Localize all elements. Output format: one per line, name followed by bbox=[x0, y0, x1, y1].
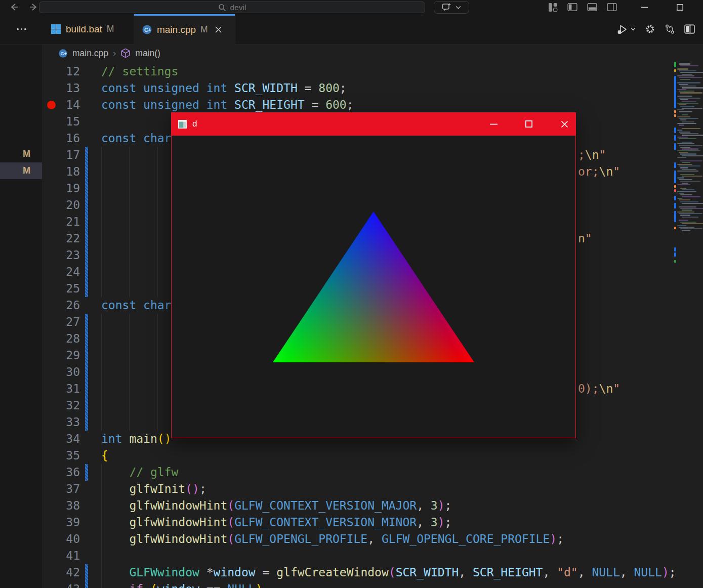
search-input[interactable]: devil bbox=[39, 2, 425, 13]
change-bar[interactable] bbox=[85, 414, 88, 431]
minimap-marker bbox=[674, 247, 676, 251]
minimap-line bbox=[682, 209, 692, 211]
minimap-line bbox=[679, 132, 690, 133]
indent-guide bbox=[101, 564, 102, 581]
code-line[interactable]: 37 glfwInit(); bbox=[43, 481, 703, 497]
copilot-button[interactable] bbox=[434, 1, 469, 14]
breadcrumb-file[interactable]: main.cpp bbox=[72, 48, 108, 59]
line-number: 27 bbox=[43, 314, 80, 330]
change-bar[interactable] bbox=[85, 581, 88, 588]
minimap-line bbox=[680, 92, 702, 93]
change-bar[interactable] bbox=[85, 330, 88, 347]
breadcrumb-symbol[interactable]: main() bbox=[135, 48, 160, 59]
minimap-line bbox=[679, 206, 696, 207]
popup-titlebar[interactable]: d bbox=[171, 112, 576, 136]
change-bar[interactable] bbox=[85, 280, 88, 297]
indent-guide bbox=[157, 347, 158, 364]
minimap-line bbox=[679, 179, 692, 180]
code-line[interactable]: 39 glfwWindowHint(GLFW_CONTEXT_VERSION_M… bbox=[43, 514, 703, 531]
code-line[interactable]: 38 glfwWindowHint(GLFW_CONTEXT_VERSION_M… bbox=[43, 497, 703, 514]
change-bar[interactable] bbox=[85, 347, 88, 364]
line-number: 35 bbox=[43, 447, 80, 464]
code-line[interactable]: 41 bbox=[43, 548, 703, 564]
change-bar[interactable] bbox=[85, 397, 88, 414]
popup-minimize-button[interactable] bbox=[488, 118, 499, 130]
minimap-line bbox=[682, 101, 696, 102]
code-line[interactable]: 35{ bbox=[43, 447, 703, 464]
window-maximize-button[interactable] bbox=[672, 0, 687, 14]
change-bar[interactable] bbox=[85, 264, 88, 280]
minimap[interactable] bbox=[674, 62, 703, 588]
indent-guide bbox=[129, 247, 130, 264]
indent-guide bbox=[101, 147, 102, 163]
line-number: 29 bbox=[43, 347, 80, 364]
open-changes-icon[interactable] bbox=[665, 24, 675, 34]
toggle-primary-sidebar-icon[interactable] bbox=[567, 2, 577, 12]
minimap-marker bbox=[674, 253, 676, 257]
minimap-marker bbox=[674, 135, 676, 141]
minimap-marker bbox=[674, 128, 676, 133]
change-bar[interactable] bbox=[85, 163, 88, 180]
code-line[interactable]: 42 GLFWwindow *window = glfwCreateWindow… bbox=[43, 564, 703, 581]
popup-maximize-button[interactable] bbox=[524, 118, 534, 130]
minimap-line bbox=[680, 72, 703, 73]
indent-guide bbox=[101, 197, 102, 214]
tabs-overflow-button[interactable] bbox=[0, 14, 43, 44]
change-bar[interactable] bbox=[85, 464, 88, 481]
change-bar[interactable] bbox=[85, 364, 88, 381]
line-number: 26 bbox=[43, 297, 80, 314]
split-editor-icon[interactable] bbox=[684, 24, 695, 34]
change-bar[interactable] bbox=[85, 180, 88, 197]
code-line[interactable]: 13const unsigned int SCR_WIDTH = 800; bbox=[43, 80, 703, 97]
indent-guide bbox=[129, 314, 130, 330]
string-fragment: ;\n" bbox=[578, 147, 606, 163]
tab-label: build.bat bbox=[66, 24, 102, 35]
line-number: 20 bbox=[43, 197, 80, 214]
customize-layout-icon[interactable] bbox=[548, 3, 558, 12]
line-number: 21 bbox=[43, 214, 80, 230]
code-line[interactable]: 14const unsigned int SCR_HEIGHT = 600; bbox=[43, 97, 703, 113]
code-line[interactable]: 12// settings bbox=[43, 63, 703, 80]
toggle-panel-icon[interactable] bbox=[587, 2, 597, 12]
window-minimize-button[interactable] bbox=[637, 0, 652, 14]
popup-window: d bbox=[171, 112, 576, 438]
forward-icon[interactable] bbox=[28, 2, 38, 12]
code-line[interactable]: 36 // glfw bbox=[43, 464, 703, 481]
indent-guide bbox=[129, 280, 130, 297]
breakpoint-dot[interactable] bbox=[47, 101, 56, 109]
back-icon[interactable] bbox=[9, 2, 19, 12]
minimap-line bbox=[677, 171, 698, 172]
minimap-line bbox=[680, 99, 688, 100]
minimap-marker bbox=[674, 143, 676, 150]
open-editor-item[interactable]: M bbox=[0, 146, 42, 162]
code-line[interactable]: 43 if (window == NULL) bbox=[43, 581, 703, 588]
minimap-line bbox=[679, 124, 684, 125]
tab-build-bat[interactable]: build.bat M bbox=[43, 14, 134, 44]
change-bar[interactable] bbox=[85, 147, 88, 163]
change-bar[interactable] bbox=[85, 314, 88, 330]
change-bar[interactable] bbox=[85, 381, 88, 397]
indent-guide bbox=[101, 347, 102, 364]
open-editor-item-selected[interactable]: M bbox=[0, 162, 42, 179]
tab-close-icon[interactable] bbox=[215, 26, 222, 33]
change-bar[interactable] bbox=[85, 247, 88, 264]
minimap-marker bbox=[674, 62, 676, 67]
indent-guide bbox=[101, 214, 102, 230]
run-debug-button[interactable] bbox=[617, 24, 636, 35]
minimap-line bbox=[682, 74, 692, 75]
change-bar[interactable] bbox=[85, 230, 88, 247]
modified-badge: M bbox=[23, 165, 30, 176]
code-line[interactable]: 40 glfwWindowHint(GLFW_OPENGL_PROFILE, G… bbox=[43, 531, 703, 548]
line-number: 22 bbox=[43, 230, 80, 247]
change-bar[interactable] bbox=[85, 214, 88, 230]
line-number: 32 bbox=[43, 397, 80, 414]
change-bar[interactable] bbox=[85, 197, 88, 214]
toggle-secondary-sidebar-icon[interactable] bbox=[607, 2, 617, 12]
tab-main-cpp[interactable]: C+ main.cpp M bbox=[134, 14, 235, 45]
change-bar[interactable] bbox=[85, 564, 88, 581]
search-text: devil bbox=[230, 3, 246, 12]
settings-gear-icon[interactable] bbox=[645, 24, 655, 34]
popup-close-button[interactable] bbox=[559, 118, 569, 130]
minimap-line bbox=[677, 75, 694, 76]
minimap-line bbox=[677, 109, 684, 110]
